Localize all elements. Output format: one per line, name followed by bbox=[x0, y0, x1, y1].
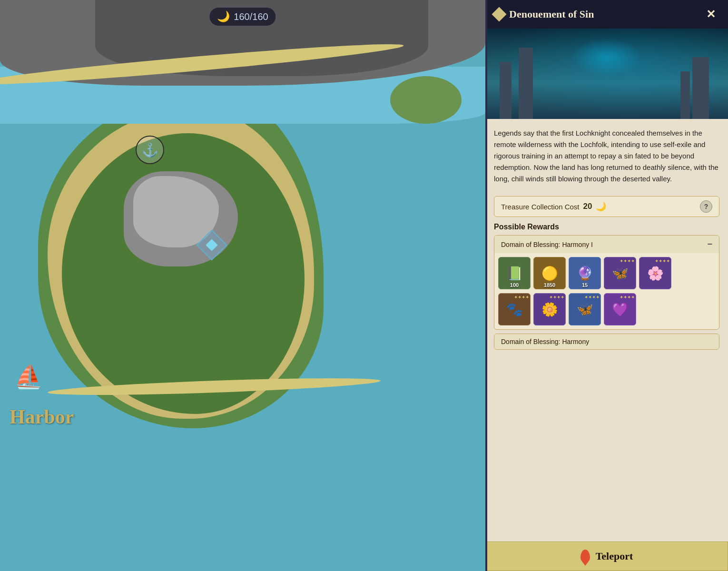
reward-icons-row-1: 📗 100 🟡 1850 🔮 15 🦋 ✦✦✦✦ bbox=[494, 253, 719, 293]
mat4-stars: ✦✦✦✦ bbox=[549, 295, 564, 300]
reward-group-1-header: Domain of Blessing: Harmony I − bbox=[494, 236, 719, 253]
map-area: ⚓ ⛵ Harbor 🌙 160/160 bbox=[0, 0, 485, 571]
reward-item-mat5[interactable]: 🦋 ✦✦✦✦ bbox=[569, 293, 601, 325]
reward-group-1-name: Domain of Blessing: Harmony I bbox=[501, 241, 593, 248]
reward-item-mora[interactable]: 🟡 1850 bbox=[533, 257, 566, 289]
stone-pillar-4 bbox=[692, 57, 709, 119]
talent1-icon: 🦋 bbox=[612, 266, 629, 281]
panel-close-button[interactable]: ✕ bbox=[702, 6, 719, 23]
mat3-stars: ✦✦✦✦ bbox=[514, 295, 529, 300]
reward-icons-row-2: 🐾 ✦✦✦✦ 🌼 ✦✦✦✦ 🦋 ✦✦✦✦ 💜 ✦✦✦✦ bbox=[494, 293, 719, 329]
cost-bar: Treasure Collection Cost 20 🌙 ? bbox=[494, 196, 719, 217]
panel-area: Denouement of Sin ✕ Legends say that the… bbox=[485, 0, 728, 571]
ship-icon: ⛵ bbox=[14, 364, 43, 390]
panel-image bbox=[485, 29, 728, 119]
mora-icon: 🟡 bbox=[541, 266, 558, 281]
talent1-stars: ✦✦✦✦ bbox=[620, 258, 635, 264]
talent2-icon: 🌸 bbox=[647, 266, 664, 281]
panel-diamond-icon bbox=[492, 7, 506, 21]
mat4-icon: 🌼 bbox=[541, 302, 558, 317]
mat5-stars: ✦✦✦✦ bbox=[584, 295, 600, 300]
mat6-icon: 💜 bbox=[612, 302, 629, 317]
talent2-stars: ✦✦✦✦ bbox=[655, 258, 670, 264]
cost-moon-icon: 🌙 bbox=[596, 201, 606, 212]
exp-icon: 📗 bbox=[506, 266, 523, 281]
panel-header: Denouement of Sin ✕ bbox=[485, 0, 728, 29]
reward-group-2-header: Domain of Blessing: Harmony bbox=[494, 334, 719, 349]
map-island-small bbox=[390, 76, 462, 124]
cost-help-button[interactable]: ? bbox=[700, 200, 712, 213]
teleport-button[interactable]: Teleport bbox=[485, 541, 728, 571]
anchor-icon: ⚓ bbox=[140, 140, 159, 159]
reward-item-mat4[interactable]: 🌼 ✦✦✦✦ bbox=[533, 293, 566, 325]
stone-pillar-1 bbox=[500, 62, 512, 119]
teleport-label: Teleport bbox=[596, 550, 633, 562]
reward-item-ore[interactable]: 🔮 15 bbox=[569, 257, 601, 289]
moon-stamina-icon: 🌙 bbox=[217, 10, 230, 23]
stamina-value: 160/160 bbox=[234, 11, 268, 22]
reward-item-mat6[interactable]: 💜 ✦✦✦✦ bbox=[604, 293, 636, 325]
ore-icon: 🔮 bbox=[577, 266, 593, 281]
reward-group-1-collapse[interactable]: − bbox=[707, 239, 712, 249]
reward-group-2: Domain of Blessing: Harmony bbox=[494, 334, 719, 350]
reward-group-1: Domain of Blessing: Harmony I − 📗 100 🟡 … bbox=[494, 235, 719, 330]
rewards-section: Possible Rewards Domain of Blessing: Har… bbox=[494, 223, 719, 541]
ore-count: 15 bbox=[582, 282, 588, 288]
mat6-stars: ✦✦✦✦ bbox=[620, 295, 635, 300]
mora-count: 1850 bbox=[544, 282, 555, 288]
panel-separator bbox=[485, 0, 487, 571]
harbor-label: Harbor bbox=[10, 405, 74, 428]
cost-label: Treasure Collection Cost bbox=[501, 203, 580, 211]
reward-item-talent2[interactable]: 🌸 ✦✦✦✦ bbox=[639, 257, 671, 289]
panel-title: Denouement of Sin bbox=[509, 8, 594, 20]
panel-description: Legends say that the first Lochknight co… bbox=[494, 128, 719, 185]
image-glow bbox=[571, 38, 642, 76]
teleport-pin-icon bbox=[580, 550, 590, 563]
mat5-icon: 🦋 bbox=[577, 302, 593, 317]
panel-title-group: Denouement of Sin bbox=[494, 8, 594, 20]
reward-item-talent1[interactable]: 🦋 ✦✦✦✦ bbox=[604, 257, 636, 289]
panel-body: Legends say that the first Lochknight co… bbox=[485, 119, 728, 189]
stone-pillar-3 bbox=[680, 71, 690, 119]
domain-marker[interactable] bbox=[200, 233, 224, 257]
domain-diamond-icon bbox=[196, 229, 227, 260]
reward-group-2-name: Domain of Blessing: Harmony bbox=[501, 338, 589, 345]
reward-item-mat3[interactable]: 🐾 ✦✦✦✦ bbox=[498, 293, 531, 325]
cost-number: 20 bbox=[583, 202, 592, 211]
exp-count: 100 bbox=[510, 282, 519, 288]
mat3-icon: 🐾 bbox=[506, 302, 523, 317]
stamina-bar: 🌙 160/160 bbox=[209, 7, 276, 26]
rewards-label: Possible Rewards bbox=[494, 223, 719, 231]
reward-item-exp[interactable]: 📗 100 bbox=[498, 257, 531, 289]
stone-pillar-2 bbox=[519, 48, 533, 119]
